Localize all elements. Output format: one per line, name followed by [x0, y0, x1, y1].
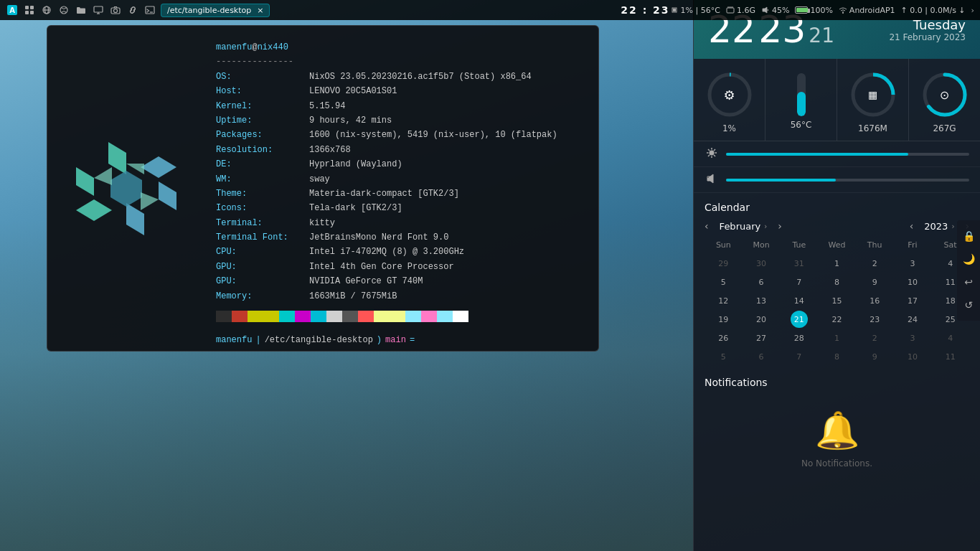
color-block	[358, 311, 374, 322]
cal-day-cell[interactable]: 6	[753, 348, 770, 365]
terminal-prompt-line: manenfu | /etc/tangible-desktop ) main =	[216, 333, 588, 347]
svg-marker-32	[110, 171, 142, 207]
cal-next-month[interactable]: ›	[778, 220, 782, 232]
cal-day-cell[interactable]: 21	[791, 311, 808, 328]
cal-year-label: 2023 ›	[924, 221, 954, 232]
ram-icon-center: ▦	[868, 89, 877, 100]
cal-day-cell[interactable]: 13	[753, 292, 770, 309]
cal-day-cell[interactable]: 22	[828, 311, 845, 328]
brightness-fill	[726, 153, 908, 156]
calendar-section-title: Calendar	[694, 193, 980, 217]
terminal-line: Memory:1663MiB / 7675MiB	[216, 289, 588, 303]
svg-point-42	[710, 151, 715, 156]
cal-day-cell[interactable]: 19	[715, 311, 732, 328]
cal-day-cell[interactable]: 9	[866, 273, 883, 291]
brightness-icon	[705, 147, 719, 161]
cal-day-cell[interactable]: 3	[904, 255, 921, 272]
color-block	[390, 311, 405, 322]
terminal-line: DE:Hyprland (Wayland)	[216, 157, 588, 171]
taskbar-icon-monitor[interactable]	[92, 4, 105, 17]
cal-day-cell[interactable]: 16	[866, 292, 883, 309]
battery-fill	[796, 8, 807, 12]
color-block	[216, 311, 232, 322]
cal-day-cell[interactable]: 8	[828, 348, 845, 365]
cal-day-cell[interactable]: 5	[715, 348, 732, 365]
taskbar: A	[0, 0, 980, 20]
cal-day-cell[interactable]: 10	[904, 273, 921, 291]
volume-fill	[726, 179, 836, 182]
cal-day-cell[interactable]: 7	[791, 348, 808, 365]
stat-disk-value: 267G	[933, 123, 956, 133]
cal-day-cell[interactable]: 2	[866, 255, 883, 272]
stat-disk-circle: ⊙	[920, 70, 970, 120]
cal-day-cell[interactable]: 8	[828, 273, 845, 291]
cal-day-cell[interactable]: 11	[942, 348, 959, 365]
cal-day-cell[interactable]: 1	[828, 255, 845, 272]
tab-close-btn[interactable]: ×	[257, 6, 263, 15]
taskbar-icon-camera[interactable]	[109, 4, 122, 17]
cal-day-cell[interactable]: 26	[715, 329, 732, 347]
cal-prev-year[interactable]: ‹	[910, 220, 914, 232]
taskbar-icon-chain[interactable]	[126, 4, 139, 17]
prompt-sym: )	[377, 333, 382, 347]
cal-day-cell[interactable]: 5	[715, 273, 732, 291]
terminal-line: Packages:1600 (nix-system), 5419 (nix-us…	[216, 128, 588, 142]
svg-text:A: A	[9, 6, 15, 14]
cal-body: 2930311234567891011121314151617181920212…	[705, 254, 969, 366]
cal-day-cell[interactable]: 3	[904, 329, 921, 347]
panel-btn-sleep[interactable]: 🌙	[961, 252, 976, 266]
taskbar-icon-globe1[interactable]	[40, 4, 53, 17]
color-block	[453, 311, 468, 322]
notifications-section: Notifications 🔔 No Notifications.	[694, 369, 980, 490]
taskbar-arrow[interactable]: ›	[971, 6, 974, 15]
volume-slider-row	[694, 167, 980, 193]
svg-marker-34	[141, 192, 159, 210]
cal-prev-month[interactable]: ‹	[705, 220, 709, 232]
cal-day-cell[interactable]: 10	[904, 348, 921, 365]
cal-day-cell[interactable]: 24	[904, 311, 921, 328]
taskbar-icon-folder[interactable]	[75, 4, 88, 17]
cal-day-cell[interactable]: 17	[904, 292, 921, 309]
cal-day-cell[interactable]: 20	[753, 311, 770, 328]
cal-day-cell[interactable]: 28	[791, 329, 808, 347]
panel-btn-lock[interactable]: 🔒	[961, 229, 976, 243]
terminal-line: WM:sway	[216, 172, 588, 187]
cal-day-cell[interactable]: 14	[791, 292, 808, 309]
cal-week-row: 12131415161718	[705, 291, 969, 310]
panel-btn-logout[interactable]: ↩	[961, 275, 976, 289]
brightness-track[interactable]	[726, 153, 969, 156]
cal-day-cell[interactable]: 4	[942, 329, 959, 347]
terminal-logo	[47, 26, 205, 351]
color-block	[342, 311, 358, 322]
taskbar-icon-globe2[interactable]	[57, 4, 70, 17]
cpu-icon	[670, 6, 679, 14]
cal-day-header: Wed	[818, 239, 856, 251]
cal-day-cell[interactable]: 9	[866, 348, 883, 365]
stat-cpu: ⚙ 1%	[694, 59, 765, 141]
cal-day-cell[interactable]: 23	[866, 311, 883, 328]
terminal-window: manenfu @ nix440 --------------- OS:NixO…	[47, 25, 599, 352]
taskbar-netspeed: ↑ 0.0 | 0.0M/s ↓	[901, 6, 966, 15]
cal-day-cell[interactable]: 6	[753, 273, 770, 291]
cal-day-cell[interactable]: 2	[866, 329, 883, 347]
cal-day-cell[interactable]: 29	[715, 255, 732, 272]
cal-day-cell[interactable]: 1	[828, 329, 845, 347]
svg-line-48	[714, 155, 715, 156]
cal-day-cell[interactable]: 31	[791, 255, 808, 272]
volume-track[interactable]	[726, 179, 969, 182]
prompt-sep1: |	[255, 333, 260, 347]
panel-btn-restart[interactable]: ↺	[961, 298, 976, 312]
cal-day-cell[interactable]: 7	[791, 273, 808, 291]
cal-day-cell[interactable]: 15	[828, 292, 845, 309]
cal-day-cell[interactable]: 30	[753, 255, 770, 272]
cal-day-cell[interactable]: 27	[753, 329, 770, 347]
cal-day-header: Sun	[705, 239, 743, 251]
term-separator-line: ---------------	[216, 55, 588, 69]
svg-marker-26	[76, 167, 94, 196]
cal-day-cell[interactable]: 12	[715, 292, 732, 309]
taskbar-icon-app1[interactable]: A	[6, 4, 19, 17]
taskbar-icon-grid[interactable]	[23, 4, 36, 17]
taskbar-icon-terminal[interactable]	[143, 4, 156, 17]
taskbar-active-tab[interactable]: /etc/tangible-desktop ×	[161, 4, 270, 17]
terminal-line: Terminal Font:JetBrainsMono Nerd Font 9.…	[216, 230, 588, 245]
